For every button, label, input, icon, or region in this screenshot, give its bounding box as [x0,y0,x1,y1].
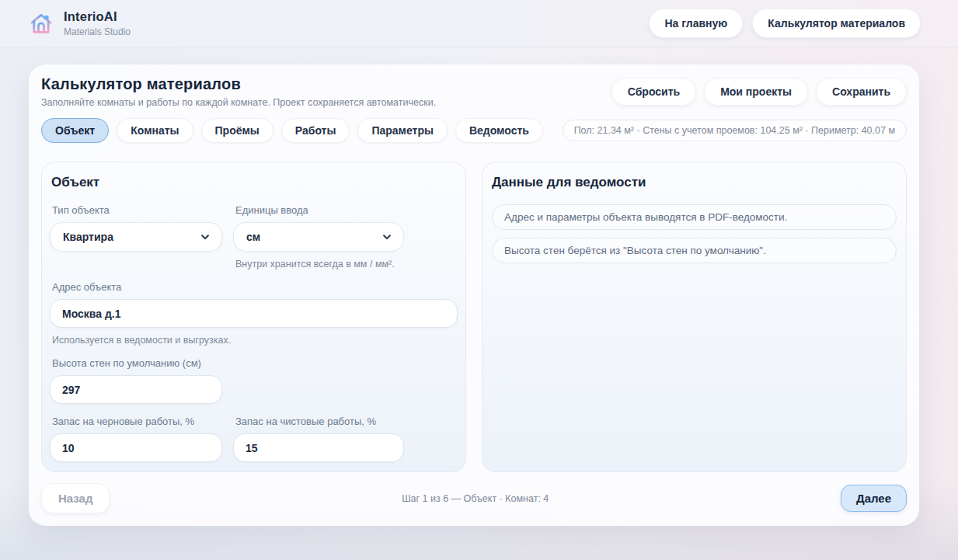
calculator-card: Калькулятор материалов Заполняйте комнат… [29,64,919,526]
chevron-down-icon [200,231,211,242]
units-select[interactable]: см [233,222,404,252]
nav-home-button[interactable]: На главную [649,9,743,38]
tab-rooms[interactable]: Комнаты [117,118,193,143]
title-block: Калькулятор материалов Заполняйте комнат… [41,75,436,108]
wizard-footer: Назад Шаг 1 из 6 — Объект · Комнат: 4 Да… [41,483,907,513]
reserves-row: Запас на черновые работы, % Запас на чис… [50,416,458,462]
top-bar: InterioAI Materials Studio На главную Ка… [0,0,958,47]
wall-height-input[interactable] [50,375,222,404]
rough-reserve-input[interactable] [50,433,222,462]
units-hint: Внутри хранится всегда в мм / мм². [235,259,404,270]
tab-openings[interactable]: Проёмы [201,118,273,143]
rough-reserve-field: Запас на черновые работы, % [50,416,222,462]
object-type-label: Тип объекта [52,204,222,216]
summary-badge: Пол: 21.34 м² · Стены с учетом проемов: … [563,120,907,141]
finish-reserve-input[interactable] [233,433,404,462]
sheet-note: Адрес и параметры объекта выводятся в PD… [492,204,897,230]
units-value: см [246,231,260,243]
home-logo-icon [28,10,54,37]
sheet-data-panel: Данные для ведомости Адрес и параметры о… [482,162,907,472]
finish-reserve-field: Запас на чистовые работы, % [233,416,404,462]
units-field: Единицы ввода см Внутри хранится всегда … [233,204,404,270]
tab-works[interactable]: Работы [281,118,350,143]
units-label: Единицы ввода [235,204,404,216]
type-units-row: Тип объекта Квартира Единицы ввода см [50,204,458,270]
my-projects-button[interactable]: Мои проекты [704,78,808,106]
brand-name: InterioAI [64,9,131,24]
wall-height-label: Высота стен по умолчанию (см) [52,357,458,369]
address-hint: Используется в ведомости и выгрузках. [52,335,458,346]
reset-button[interactable]: Сбросить [611,78,696,106]
brand: InterioAI Materials Studio [28,9,131,37]
tabs-row: Объект Комнаты Проёмы Работы Параметры В… [41,118,907,143]
brand-tagline: Materials Studio [64,26,131,37]
object-type-value: Квартира [63,231,113,243]
content-panels: Объект Тип объекта Квартира Единицы ввод… [41,162,907,472]
object-panel-title: Объект [51,175,456,190]
top-nav: На главную Калькулятор материалов [649,9,921,38]
object-panel: Объект Тип объекта Квартира Единицы ввод… [41,162,466,472]
chevron-down-icon [381,231,392,242]
page-title: Калькулятор материалов [41,75,436,93]
step-indicator: Шаг 1 из 6 — Объект · Комнат: 4 [402,493,549,504]
back-button[interactable]: Назад [41,483,110,513]
next-button[interactable]: Далее [841,485,907,512]
object-type-field: Тип объекта Квартира [50,204,222,270]
sheet-panel-title: Данные для ведомости [492,175,897,190]
tab-sheet[interactable]: Ведомость [455,118,543,143]
address-field: Адрес объекта Используется в ведомости и… [50,281,458,346]
tab-parameters[interactable]: Параметры [357,118,448,143]
address-input[interactable] [50,299,458,328]
tab-object[interactable]: Объект [41,118,109,143]
wall-height-field: Высота стен по умолчанию (см) [50,357,458,404]
sheet-note: Высота стен берётся из "Высота стен по у… [492,238,897,263]
page-subtitle: Заполняйте комнаты и работы по каждой ко… [41,97,436,108]
rough-reserve-label: Запас на черновые работы, % [52,416,222,427]
finish-reserve-label: Запас на чистовые работы, % [235,416,404,427]
nav-calculator-button[interactable]: Калькулятор материалов [752,9,921,38]
address-label: Адрес объекта [52,281,458,293]
save-button[interactable]: Сохранить [816,78,907,106]
object-type-select[interactable]: Квартира [50,222,222,252]
brand-text: InterioAI Materials Studio [64,9,131,37]
card-header: Калькулятор материалов Заполняйте комнат… [41,75,907,108]
wizard-tabs: Объект Комнаты Проёмы Работы Параметры В… [41,118,543,143]
card-actions: Сбросить Мои проекты Сохранить [611,75,907,106]
